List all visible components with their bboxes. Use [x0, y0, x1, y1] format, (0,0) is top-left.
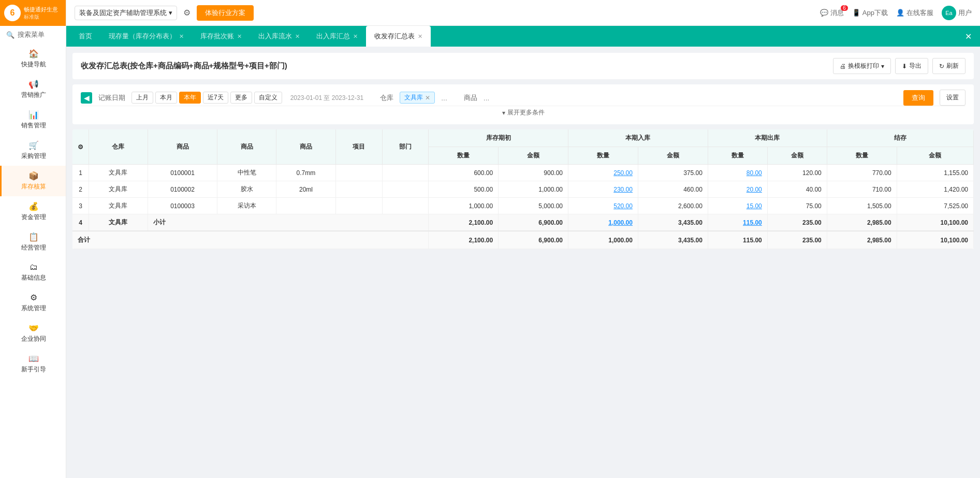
subtotal-out-qty[interactable]: 115.00 — [708, 214, 767, 231]
sidebar-item-inventory[interactable]: 📦 库存核算 — [0, 166, 66, 196]
row-close-qty: 1,505.00 — [827, 198, 897, 214]
subtotal-open-amt: 6,900.00 — [499, 214, 568, 231]
filter-collapse-button[interactable]: ◀ — [81, 92, 92, 104]
row-spec — [276, 198, 336, 214]
main-area: 装备及固定资产辅助管理系统 ▾ ⚙ 体验行业方案 💬 消息 6 📱 App下载 … — [66, 0, 980, 478]
subtotal-in-qty[interactable]: 1,000.00 — [568, 214, 638, 231]
message-button[interactable]: 💬 消息 6 — [820, 8, 844, 18]
marketing-icon: 📢 — [28, 79, 39, 89]
tab-inout-summary[interactable]: 出入库汇总 ✕ — [308, 26, 366, 47]
row-warehouse: 文具库 — [89, 181, 148, 198]
table-row: 3 文具库 0100003 采访本 1,000.00 5,000.00 520.… — [72, 198, 974, 214]
sidebar-item-basic-info[interactable]: 🗂 基础信息 — [0, 257, 66, 287]
sidebar-item-finance[interactable]: 💰 资金管理 — [0, 196, 66, 227]
row-close-amt: 1,155.00 — [897, 165, 973, 181]
tab-close-recv-send[interactable]: ✕ — [418, 33, 422, 40]
row-project — [335, 198, 382, 214]
date-buttons: 上月 本月 本年 近7天 更多 自定义 — [131, 92, 282, 104]
service-icon: 👤 — [896, 9, 904, 17]
row-code: 0100002 — [148, 181, 217, 198]
purchase-icon: 🛒 — [28, 140, 39, 150]
date-btn-this-month[interactable]: 本月 — [155, 92, 177, 104]
date-btn-more[interactable]: 更多 — [230, 92, 252, 104]
total-out-amt: 235.00 — [767, 231, 827, 249]
subtotal-warehouse: 文具库 — [89, 214, 148, 231]
th-out-qty: 数量 — [708, 147, 767, 165]
row-out-qty[interactable]: 80.00 — [708, 165, 767, 181]
warehouse-filter-dots[interactable]: ... — [441, 94, 447, 102]
tabs-close-all[interactable]: ✕ — [961, 32, 976, 41]
date-btn-custom[interactable]: 自定义 — [254, 92, 282, 104]
export-icon: ⬇ — [902, 63, 907, 70]
row-close-qty: 710.00 — [827, 181, 897, 198]
warehouse-tag-close[interactable]: ✕ — [425, 94, 430, 102]
print-template-button[interactable]: 🖨 换模板打印 ▾ — [833, 58, 891, 74]
guide-icon: 📖 — [28, 354, 39, 364]
row-open-amt: 5,000.00 — [499, 198, 568, 214]
topbar-actions: 💬 消息 6 📱 App下载 👤 在线客服 Ea 用户 — [820, 6, 972, 20]
tab-close-stock-dist[interactable]: ✕ — [179, 33, 184, 40]
row-in-qty[interactable]: 520.00 — [568, 198, 638, 214]
tab-close-inout-flow[interactable]: ✕ — [295, 33, 300, 40]
sidebar-item-system[interactable]: ⚙ 系统管理 — [0, 287, 66, 318]
finance-icon: 💰 — [28, 201, 39, 211]
settings-button[interactable]: 设置 — [940, 90, 966, 106]
th-closing: 结存 — [827, 129, 973, 147]
date-btn-last-month[interactable]: 上月 — [131, 92, 153, 104]
search-menu[interactable]: 🔍 搜索菜单 — [0, 26, 66, 44]
tab-close-inout-summary[interactable]: ✕ — [353, 33, 358, 40]
export-button[interactable]: ⬇ 导出 — [895, 58, 928, 74]
refresh-icon: ↻ — [939, 63, 944, 70]
th-open-amt: 金额 — [499, 147, 568, 165]
system-select[interactable]: 装备及固定资产辅助管理系统 ▾ — [75, 6, 177, 20]
row-in-amt: 2,600.00 — [638, 198, 708, 214]
row-warehouse: 文具库 — [89, 198, 148, 214]
row-open-qty: 500.00 — [429, 181, 499, 198]
tab-batch-ledger[interactable]: 库存批次账 ✕ — [192, 26, 250, 47]
search-icon: 🔍 — [6, 31, 14, 39]
expand-more-filters[interactable]: ▾ 展开更多条件 — [81, 106, 966, 119]
refresh-button[interactable]: ↻ 刷新 — [932, 58, 966, 74]
row-in-amt: 460.00 — [638, 181, 708, 198]
row-open-amt: 900.00 — [499, 165, 568, 181]
sidebar-item-guide[interactable]: 📖 新手引导 — [0, 349, 66, 379]
content-area: 收发存汇总表(按仓库+商品编码+商品+规格型号+项目+部门) 🖨 换模板打印 ▾… — [66, 47, 980, 478]
app-download-button[interactable]: 📱 App下载 — [852, 8, 888, 18]
online-service-button[interactable]: 👤 在线客服 — [896, 8, 933, 18]
row-name: 采访本 — [217, 198, 276, 214]
sidebar-item-operations[interactable]: 📋 经营管理 — [0, 227, 66, 257]
sidebar-item-cooperation[interactable]: 🤝 企业协同 — [0, 318, 66, 349]
row-name: 中性笔 — [217, 165, 276, 181]
data-table-container: ⚙ 仓库 商品 商品 商品 项目 部门 库存期初 本期入库 本期出库 结存 数量 — [72, 129, 974, 249]
th-settings[interactable]: ⚙ — [72, 129, 89, 165]
trial-button[interactable]: 体验行业方案 — [197, 5, 254, 21]
row-code: 0100003 — [148, 198, 217, 214]
row-in-qty[interactable]: 230.00 — [568, 181, 638, 198]
date-btn-this-year[interactable]: 本年 — [179, 92, 201, 104]
goods-filter-dots[interactable]: ... — [484, 94, 490, 102]
row-in-qty[interactable]: 250.00 — [568, 165, 638, 181]
sidebar-item-sales[interactable]: 📊 销售管理 — [0, 105, 66, 135]
th-out-amt: 金额 — [767, 147, 827, 165]
th-goods-name: 商品 — [217, 129, 276, 165]
query-button[interactable]: 查询 — [903, 90, 933, 106]
tab-inout-flow[interactable]: 出入库流水 ✕ — [250, 26, 308, 47]
tab-recv-send[interactable]: 收发存汇总表 ✕ — [366, 26, 431, 47]
sidebar: 6 畅捷通好生意 标准版 🔍 搜索菜单 🏠 快捷导航 📢 营销推广 📊 销售管理… — [0, 0, 66, 478]
user-avatar-button[interactable]: Ea 用户 — [942, 6, 972, 20]
th-out-period: 本期出库 — [708, 129, 827, 147]
sidebar-item-quick-nav[interactable]: 🏠 快捷导航 — [0, 44, 66, 74]
date-btn-7days[interactable]: 近7天 — [203, 92, 228, 104]
subtotal-close-qty: 2,985.00 — [827, 214, 897, 231]
tab-stock-dist[interactable]: 现存量（库存分布表） ✕ — [100, 26, 192, 47]
gear-icon[interactable]: ⚙ — [183, 8, 191, 18]
tab-home[interactable]: 首页 — [70, 26, 100, 47]
row-out-qty[interactable]: 20.00 — [708, 181, 767, 198]
sidebar-item-purchase[interactable]: 🛒 采购管理 — [0, 135, 66, 166]
subtotal-out-amt: 235.00 — [767, 214, 827, 231]
row-out-qty[interactable]: 15.00 — [708, 198, 767, 214]
subtotal-close-amt: 10,100.00 — [897, 214, 973, 231]
tab-close-batch-ledger[interactable]: ✕ — [237, 33, 242, 40]
sidebar-item-marketing[interactable]: 📢 营销推广 — [0, 74, 66, 105]
total-open-amt: 6,900.00 — [499, 231, 568, 249]
